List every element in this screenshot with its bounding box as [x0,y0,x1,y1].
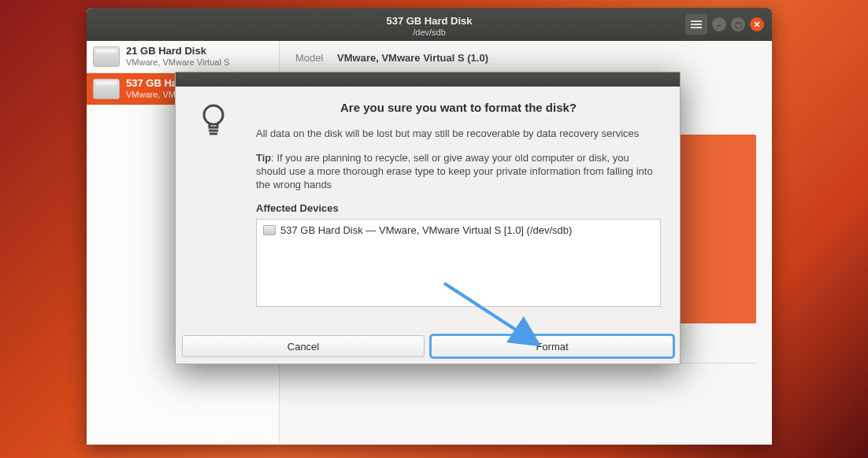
model-value: VMware, VMware Virtual S (1.0) [337,52,488,64]
affected-device-text: 537 GB Hard Disk — VMware, VMware Virtua… [280,224,572,236]
tip-body: : If you are planning to recycle, sell o… [256,152,653,190]
format-button[interactable]: Format [431,335,673,357]
device-title: 21 GB Hard Disk [126,46,229,57]
window-close-button[interactable] [750,17,764,31]
dialog-titlebar [176,72,680,87]
hamburger-icon [691,24,702,25]
svg-point-2 [204,105,223,124]
window-title: 537 GB Hard Disk [87,16,772,27]
tip-icon [195,101,232,307]
cancel-button-label: Cancel [287,341,319,353]
model-label: Model [295,52,323,64]
dialog-warning-text: All data on the disk will be lost but ma… [256,127,661,140]
format-confirm-dialog: Are you sure you want to format the disk… [175,72,681,364]
window-subtitle: /dev/sdb [87,27,772,38]
window-title-block: 537 GB Hard Disk /dev/sdb [87,11,772,38]
affected-devices-label: Affected Devices [256,202,661,214]
tip-label: Tip [256,152,271,164]
cancel-button[interactable]: Cancel [182,335,425,357]
window-minimize-button[interactable]: – [712,17,726,31]
dialog-tip-text: Tip: If you are planning to recycle, sel… [256,151,661,191]
app-menu-button[interactable] [685,14,707,35]
format-button-label: Format [536,341,568,353]
close-icon [753,20,761,28]
hard-disk-icon [93,46,120,67]
device-item-21gb[interactable]: 21 GB Hard Disk VMware, VMware Virtual S [87,41,279,73]
dialog-title: Are you sure you want to format the disk… [256,101,661,114]
device-subtitle: VMware, VMware Virtual S [126,57,229,68]
titlebar: 537 GB Hard Disk /dev/sdb – ▢ [87,8,772,41]
window-maximize-button[interactable]: ▢ [731,17,745,31]
hard-disk-icon [93,79,120,99]
separator [295,363,756,382]
model-row: Model VMware, VMware Virtual S (1.0) [295,52,756,64]
hard-disk-icon [263,225,276,235]
affected-device-row[interactable]: 537 GB Hard Disk — VMware, VMware Virtua… [263,224,654,236]
affected-devices-list: 537 GB Hard Disk — VMware, VMware Virtua… [256,219,661,307]
